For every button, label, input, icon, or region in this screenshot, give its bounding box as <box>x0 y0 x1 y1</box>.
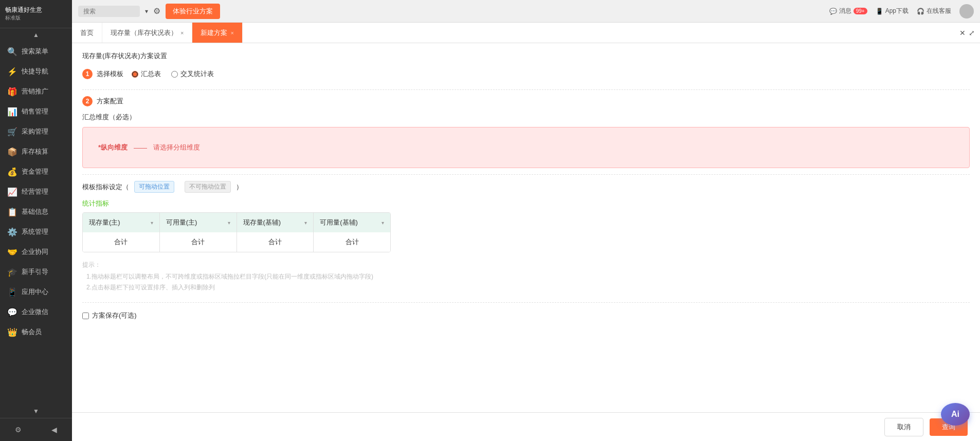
stats-table-body: 合计合计合计合计 <box>83 232 390 252</box>
tab-home[interactable]: 首页 <box>72 23 102 43</box>
sidebar-item-label: 营销推广 <box>22 87 48 96</box>
dimension-placeholder: 请选择分组维度 <box>153 143 200 152</box>
indicator-close-paren: ） <box>236 182 243 192</box>
caret-icon-3: ▾ <box>382 220 384 226</box>
tab-inventory-status-close[interactable]: × <box>180 30 184 36</box>
stats-table: 现存量(主)▾可用量(主)▾现存量(基辅)▾可用量(基辅)▾ 合计合计合计合计 <box>82 212 391 252</box>
messages-badge: 99+ <box>854 8 867 14</box>
newbie-icon: 🎓 <box>7 267 17 277</box>
sidebar-item-enterprise[interactable]: 🤝 企业协同 <box>0 242 72 262</box>
close-window-btn[interactable]: ✕ <box>959 29 966 37</box>
sidebar-item-marketing[interactable]: 🎁 营销推广 <box>0 82 72 102</box>
maximize-btn[interactable]: ⤢ <box>969 29 975 37</box>
sidebar-item-label: 畅会员 <box>22 327 42 337</box>
basic-info-icon: 📋 <box>7 207 17 217</box>
radio-summary-label[interactable]: 汇总表 <box>132 69 161 79</box>
sidebar-item-finance[interactable]: 💰 资金管理 <box>0 162 72 182</box>
search-input[interactable] <box>78 6 140 17</box>
tabbar: 首页 现存量（库存状况表） × 新建方案 × ✕ ⤢ <box>72 23 980 43</box>
step2-section: 2 方案配置 汇总维度（必选） *纵向维度 —— 请选择分组维度 模板指标设定（… <box>82 96 970 292</box>
avatar[interactable] <box>959 4 974 19</box>
radio-summary[interactable] <box>132 71 138 78</box>
enterprise-icon: 🤝 <box>7 247 17 257</box>
trial-button[interactable]: 体验行业方案 <box>166 4 220 19</box>
purchase-icon: 🛒 <box>7 127 17 137</box>
caret-icon-0: ▾ <box>151 220 153 226</box>
tab-new-plan-label: 新建方案 <box>201 28 227 38</box>
radio-cross-label[interactable]: 交叉统计表 <box>171 69 214 79</box>
indicator-not-draggable-tag: 不可拖动位置 <box>185 181 231 193</box>
customer-service-btn[interactable]: 🎧 在线客服 <box>917 7 951 15</box>
stats-label: 统计指标 <box>82 199 970 208</box>
search-icon: 🔍 <box>7 47 17 57</box>
sidebar-item-newbie[interactable]: 🎓 新手引导 <box>0 262 72 282</box>
messages-btn[interactable]: 💬 消息 99+ <box>829 7 867 15</box>
stats-col-cell-0: 合计 <box>83 232 160 252</box>
stats-col-header-2[interactable]: 现存量(基辅)▾ <box>237 213 314 232</box>
sidebar-item-operations[interactable]: 📈 经营管理 <box>0 182 72 202</box>
marketing-icon: 🎁 <box>7 87 17 97</box>
tab-inventory-status[interactable]: 现存量（库存状况表） × <box>102 23 192 43</box>
tip-item-1: 2.点击标题栏下拉可设置排序、插入列和删除列 <box>82 283 970 292</box>
phone-icon: 📱 <box>876 8 883 15</box>
topbar-dropdown-btn[interactable]: ▾ <box>145 8 148 15</box>
sidebar-item-label: 应用中心 <box>22 287 48 297</box>
topbar: ▾ ⚙ 体验行业方案 💬 消息 99+ 📱 App下载 🎧 在线客服 <box>72 0 980 23</box>
page-content: 现存量(库存状况表)方案设置 1 选择模板 汇总表 交叉统计表 <box>72 43 980 412</box>
radio-summary-text: 汇总表 <box>141 69 161 79</box>
divider-1 <box>82 89 970 90</box>
sidebar-item-quick-nav[interactable]: ⚡ 快捷导航 <box>0 62 72 82</box>
divider-2 <box>82 174 970 175</box>
topbar-gear-icon[interactable]: ⚙ <box>153 6 160 16</box>
tab-new-plan[interactable]: 新建方案 × <box>192 23 242 43</box>
stats-col-cell-1: 合计 <box>160 232 237 252</box>
step2-badge: 2 <box>82 96 93 106</box>
step1-title: 选择模板 <box>97 69 123 79</box>
sidebar-logo: 畅康通好生意 标准版 <box>0 0 72 28</box>
indicator-settings-label: 模板指标设定（ <box>82 182 129 192</box>
sidebar-item-system[interactable]: ⚙️ 系统管理 <box>0 222 72 242</box>
settings-icon[interactable]: ⚙ <box>12 422 25 437</box>
stats-col-label-0: 现存量(主) <box>89 218 120 227</box>
sidebar-item-wechat[interactable]: 💬 企业微信 <box>0 302 72 322</box>
stats-col-header-3[interactable]: 可用量(基辅)▾ <box>314 213 390 232</box>
app-download-btn[interactable]: 📱 App下载 <box>876 7 909 15</box>
tab-new-plan-close[interactable]: × <box>230 30 233 36</box>
stats-col-header-0[interactable]: 现存量(主)▾ <box>83 213 160 232</box>
collapse-icon[interactable]: ◀ <box>48 422 60 437</box>
stats-col-cell-3: 合计 <box>314 232 390 252</box>
sidebar-item-label: 企业协同 <box>22 247 48 256</box>
step1-header: 1 选择模板 汇总表 交叉统计表 <box>82 69 970 79</box>
sidebar-item-basic-info[interactable]: 📋 基础信息 <box>0 202 72 222</box>
dimension-label: 汇总维度（必选） <box>82 113 970 122</box>
save-checkbox[interactable] <box>82 313 89 319</box>
sidebar-item-app-center[interactable]: 📱 应用中心 <box>0 282 72 302</box>
sidebar-item-purchase[interactable]: 🛒 采购管理 <box>0 122 72 142</box>
message-icon: 💬 <box>829 8 837 15</box>
sidebar-item-inventory[interactable]: 📦 库存核算 <box>0 142 72 162</box>
operations-icon: 📈 <box>7 187 17 197</box>
save-option: 方案保存(可选) <box>82 311 970 320</box>
ai-float-button[interactable]: Ai <box>941 403 970 426</box>
app-version: 标准版 <box>5 14 67 22</box>
stats-col-header-1[interactable]: 可用量(主)▾ <box>160 213 237 232</box>
sidebar-nav: 🔍 搜索菜单 ⚡ 快捷导航 🎁 营销推广 📊 销售管理 🛒 采购管理 📦 库存核… <box>0 42 72 405</box>
step2-header: 2 方案配置 <box>82 96 970 106</box>
sidebar-scroll-down[interactable]: ▼ <box>0 405 72 418</box>
dimension-area[interactable]: *纵向维度 —— 请选择分组维度 <box>82 127 970 168</box>
sidebar-scroll-up[interactable]: ▲ <box>0 28 72 42</box>
sidebar-item-label: 企业微信 <box>22 307 48 317</box>
radio-cross-text: 交叉统计表 <box>180 69 214 79</box>
member-icon: 👑 <box>7 327 17 337</box>
indicator-draggable-tag[interactable]: 可拖动位置 <box>134 181 174 193</box>
sidebar-item-sales[interactable]: 📊 销售管理 <box>0 102 72 122</box>
stats-col-label-1: 可用量(主) <box>166 218 197 227</box>
radio-cross[interactable] <box>171 71 178 78</box>
cancel-button[interactable]: 取消 <box>884 418 923 436</box>
sidebar-item-label: 经营管理 <box>22 187 48 196</box>
sidebar-item-label: 新手引导 <box>22 267 48 277</box>
sidebar-item-member[interactable]: 👑 畅会员 <box>0 322 72 342</box>
caret-icon-2: ▾ <box>304 220 307 226</box>
sidebar-item-search[interactable]: 🔍 搜索菜单 <box>0 42 72 62</box>
main-container: ▾ ⚙ 体验行业方案 💬 消息 99+ 📱 App下载 🎧 在线客服 首页 <box>72 0 980 441</box>
